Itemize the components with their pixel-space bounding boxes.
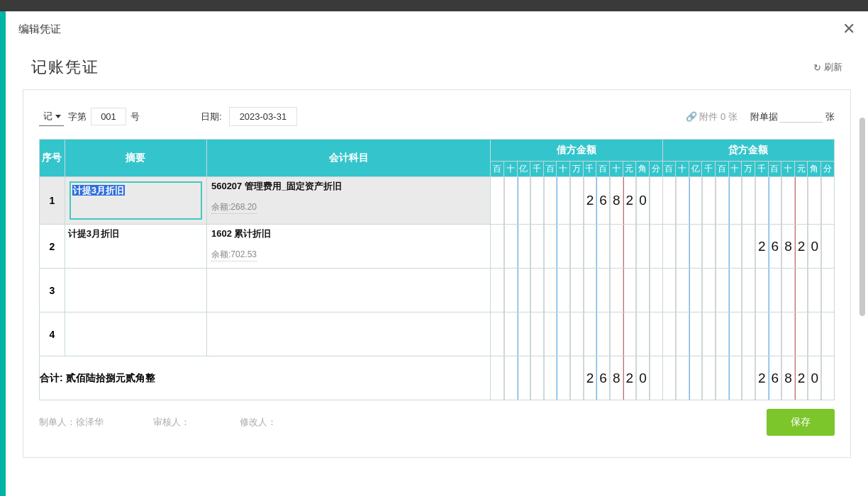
amount-cell[interactable]: 0 [808,225,821,269]
amount-cell[interactable] [491,269,504,312]
amount-cell[interactable] [503,312,517,356]
amount-cell[interactable] [702,356,716,400]
amount-cell[interactable]: 8 [781,225,795,269]
amount-cell[interactable] [543,312,557,356]
amount-cell[interactable] [808,177,821,225]
amount-cell[interactable] [649,177,662,225]
summary-cell[interactable]: 计提3月折旧 [65,177,206,225]
amount-cell[interactable] [649,312,662,356]
amount-cell[interactable] [503,225,517,269]
amount-cell[interactable] [794,312,808,356]
amount-cell[interactable]: 6 [596,356,610,400]
amount-cell[interactable] [543,177,557,225]
amount-cell[interactable] [662,356,676,400]
amount-cell[interactable] [662,177,676,225]
amount-cell[interactable] [821,225,835,269]
amount-cell[interactable] [530,225,544,269]
amount-cell[interactable]: 2 [755,225,768,269]
scrollbar[interactable] [859,118,865,316]
amount-cell[interactable] [689,177,702,225]
amount-cell[interactable]: 6 [596,177,610,225]
voucher-number-input[interactable]: 001 [91,108,126,125]
amount-cell[interactable]: 8 [609,356,623,400]
amount-cell[interactable] [503,356,517,400]
amount-cell[interactable] [702,177,716,225]
amount-cell[interactable]: 8 [781,356,795,400]
amount-cell[interactable] [517,356,530,400]
amount-cell[interactable] [517,312,530,356]
amount-cell[interactable] [768,177,781,225]
amount-cell[interactable]: 2 [583,356,596,400]
amount-cell[interactable] [543,225,557,269]
amount-cell[interactable] [596,225,610,269]
subject-cell[interactable] [206,269,490,312]
amount-cell[interactable] [662,225,676,269]
amount-cell[interactable] [689,356,702,400]
amount-cell[interactable] [517,269,530,312]
amount-cell[interactable] [570,269,584,312]
amount-cell[interactable] [557,312,570,356]
amount-cell[interactable] [662,269,676,312]
amount-cell[interactable] [742,225,755,269]
amount-cell[interactable] [728,225,742,269]
amount-cell[interactable] [636,225,650,269]
amount-cell[interactable] [517,177,530,225]
amount-cell[interactable] [570,225,584,269]
amount-cell[interactable] [530,312,544,356]
amount-cell[interactable] [676,356,689,400]
close-icon[interactable]: ✕ [842,21,855,37]
amount-cell[interactable] [491,177,504,225]
amount-cell[interactable] [543,356,557,400]
amount-cell[interactable]: 6 [768,225,781,269]
amount-cell[interactable] [623,312,636,356]
amount-cell[interactable] [609,225,623,269]
amount-cell[interactable] [716,269,729,312]
amount-cell[interactable] [755,177,768,225]
amount-cell[interactable]: 0 [636,356,650,400]
amount-cell[interactable] [689,312,702,356]
amount-cell[interactable] [676,225,689,269]
amount-cell[interactable] [728,312,742,356]
amount-cell[interactable] [716,177,729,225]
summary-cell[interactable]: 计提3月折旧 [65,225,206,269]
save-button[interactable]: 保存 [767,409,835,436]
amount-cell[interactable]: 2 [794,356,808,400]
amount-cell[interactable] [781,312,795,356]
amount-cell[interactable]: 8 [609,177,623,225]
subject-cell[interactable]: 1602 累计折旧余额:702.53 [206,225,490,269]
amount-cell[interactable] [689,269,702,312]
amount-cell[interactable] [742,356,755,400]
amount-cell[interactable] [676,177,689,225]
amount-cell[interactable] [794,177,808,225]
amount-cell[interactable] [570,177,584,225]
amount-cell[interactable] [596,269,610,312]
amount-cell[interactable]: 2 [794,225,808,269]
amount-cell[interactable] [636,312,650,356]
amount-cell[interactable] [742,177,755,225]
date-input[interactable]: 2023-03-31 [229,107,298,126]
amount-cell[interactable]: 2 [755,356,768,400]
amount-cell[interactable]: 0 [808,356,821,400]
amount-cell[interactable] [821,177,835,225]
amount-cell[interactable] [517,225,530,269]
amount-cell[interactable] [821,312,835,356]
amount-cell[interactable] [557,177,570,225]
summary-cell[interactable] [65,312,206,356]
record-type-select[interactable]: 记 [39,107,64,126]
fudan-input[interactable] [780,111,823,123]
amount-cell[interactable] [768,269,781,312]
amount-cell[interactable] [609,312,623,356]
amount-cell[interactable] [742,269,755,312]
amount-cell[interactable] [583,312,596,356]
amount-cell[interactable] [808,312,821,356]
attachment-link[interactable]: 🔗 附件 0 张 [686,111,738,123]
amount-cell[interactable]: 2 [583,177,596,225]
amount-cell[interactable] [649,356,662,400]
amount-cell[interactable] [570,356,584,400]
amount-cell[interactable] [491,356,504,400]
amount-cell[interactable] [821,269,835,312]
amount-cell[interactable] [557,269,570,312]
subject-cell[interactable] [206,312,490,356]
amount-cell[interactable] [755,269,768,312]
refresh-button[interactable]: ↻ 刷新 [813,61,842,74]
